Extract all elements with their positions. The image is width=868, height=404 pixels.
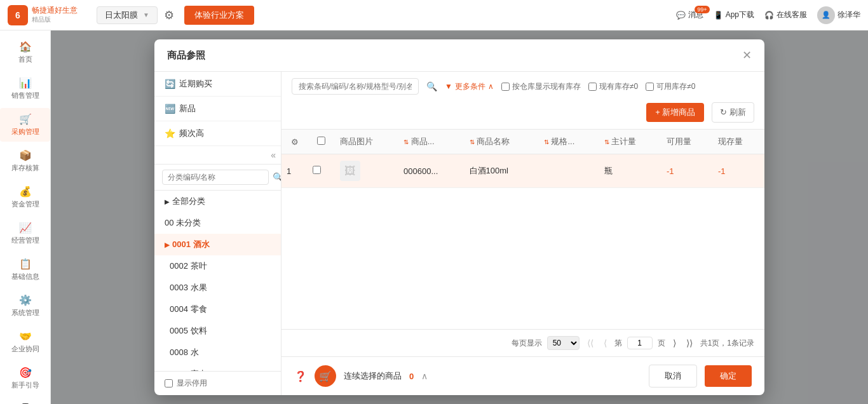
recent-purchase-item[interactable]: 🔄 近期购买 [154, 72, 281, 97]
category-search-input[interactable] [162, 170, 269, 185]
modal-body: 🔄 近期购买 🆕 新品 ⭐ 频次高 « [154, 72, 764, 395]
category-0001[interactable]: ▶ 0001 酒水 [154, 234, 281, 255]
category-0002[interactable]: 0002 茶叶 [154, 255, 281, 277]
row-image: 🖼 [335, 154, 398, 188]
add-goods-button[interactable]: + 新增商品 [646, 103, 704, 122]
sidebar-item-system[interactable]: ⚙️ 系统管理 [0, 289, 50, 323]
checkbox-available-stock[interactable]: 可用库存≠0 [646, 81, 695, 92]
category-search-icon[interactable]: 🔍 [273, 172, 281, 182]
sidebar: 🏠 首页 📊 销售管理 🛒 采购管理 📦 库存核算 💰 资金管理 📈 经营管理 … [0, 30, 51, 404]
col-select-all[interactable] [308, 130, 335, 154]
cancel-button[interactable]: 取消 [649, 365, 697, 387]
filter-icon: ▼ [445, 82, 452, 91]
app-download-button[interactable]: 📱 App下载 [714, 10, 754, 20]
col-settings[interactable]: ⚙ [281, 130, 308, 154]
collapse-icon: « [271, 150, 276, 160]
category-0004[interactable]: 0004 零食 [154, 299, 281, 320]
help-icon[interactable]: ❓ [294, 370, 307, 382]
left-collapse-button[interactable]: « [154, 146, 281, 165]
store-dropdown[interactable]: 日太阳膜 ▼ [97, 6, 158, 24]
table-row[interactable]: 1 🖼 000600... [281, 154, 764, 188]
category-0010[interactable]: 0010 家电 [154, 363, 281, 371]
basic-icon: 📋 [19, 258, 32, 270]
sidebar-item-inventory[interactable]: 📦 库存核算 [0, 144, 50, 178]
refresh-button[interactable]: ↻ 刷新 [712, 102, 754, 123]
frequent-icon: ⭐ [165, 128, 175, 138]
col-code[interactable]: ⇅ 商品... [398, 130, 464, 154]
row-stock: -1 [713, 154, 764, 188]
modal-header: 商品参照 ✕ [154, 39, 764, 72]
logo-icon: 6 [8, 5, 28, 25]
sidebar-item-home[interactable]: 🏠 首页 [0, 36, 50, 69]
nonzero-stock-checkbox[interactable] [588, 83, 597, 91]
category-0008[interactable]: 0008 水 [154, 342, 281, 363]
checkbox-nonzero-stock[interactable]: 现有库存≠0 [588, 81, 638, 92]
sort-icon-spec: ⇅ [544, 138, 549, 145]
available-stock-checkbox[interactable] [646, 83, 654, 91]
logo-area: 6 畅捷通好生意 精品版 [8, 5, 84, 25]
goods-search-input[interactable] [292, 78, 419, 95]
show-disabled-checkbox[interactable] [165, 379, 173, 387]
category-00[interactable]: 00 未分类 [154, 212, 281, 234]
messages-button[interactable]: 💬 消息 99+ [676, 10, 703, 20]
nav-center: 日太阳膜 ▼ ⚙ 体验行业方案 [84, 6, 676, 25]
sidebar-item-purchase[interactable]: 🛒 采购管理 [0, 108, 50, 142]
new-goods-item[interactable]: 🆕 新品 [154, 97, 281, 121]
enterprise-icon: 🤝 [19, 330, 32, 342]
goods-table-wrap: ⚙ 商品图片 ⇅ 商品... [281, 130, 764, 329]
goods-search-icon[interactable]: 🔍 [426, 81, 437, 91]
col-unit[interactable]: ⇅ 主计量 [599, 130, 661, 154]
more-filter-button[interactable]: ▼ 更多条件 ∧ [445, 81, 494, 92]
inventory-icon: 📦 [19, 149, 32, 161]
sidebar-item-basic[interactable]: 📋 基础信息 [0, 253, 50, 286]
user-menu[interactable]: 👤 徐泽华 [817, 6, 860, 24]
page-size-select[interactable]: 50 10 20 100 [547, 336, 580, 350]
close-icon[interactable]: ✕ [742, 48, 752, 62]
sales-icon: 📊 [19, 77, 32, 89]
gear-icon[interactable]: ⚙ [164, 8, 174, 22]
prev-page-button[interactable]: ⟨ [601, 337, 609, 349]
guide-icon: 🎯 [19, 367, 32, 379]
category-0005[interactable]: 0005 饮料 [154, 320, 281, 342]
select-all-checkbox[interactable] [317, 137, 325, 145]
row-checkbox[interactable] [308, 154, 335, 188]
cart-button[interactable]: 🛒 [315, 365, 336, 387]
avatar: 👤 [817, 6, 835, 24]
col-image: 商品图片 [335, 130, 398, 154]
first-page-button[interactable]: ⟨⟨ [585, 337, 596, 349]
cart-icon: 🛒 [319, 370, 332, 382]
purchase-icon: 🛒 [19, 113, 32, 125]
home-icon: 🏠 [19, 41, 32, 53]
frequent-item[interactable]: ⭐ 频次高 [154, 121, 281, 146]
show-disabled-label[interactable]: 显示停用 [177, 378, 207, 389]
row-unit: 瓶 [599, 154, 661, 188]
message-badge: 99+ [695, 6, 709, 13]
modal-left-panel: 🔄 近期购买 🆕 新品 ⭐ 频次高 « [154, 72, 281, 395]
sort-icon-unit: ⇅ [604, 138, 609, 145]
sidebar-item-sales[interactable]: 📊 销售管理 [0, 72, 50, 105]
sidebar-item-appstore[interactable]: 📱 应用中心 [0, 398, 50, 404]
trial-button[interactable]: 体验行业方案 [184, 6, 254, 25]
next-page-button[interactable]: ⟩ [670, 337, 679, 349]
col-spec[interactable]: ⇅ 规格... [539, 130, 599, 154]
sidebar-item-finance[interactable]: 💰 资金管理 [0, 180, 50, 214]
confirm-button[interactable]: 确定 [705, 365, 752, 387]
category-all[interactable]: ▶ 全部分类 [154, 191, 281, 212]
row-select-checkbox[interactable] [313, 166, 321, 174]
category-0003[interactable]: 0003 水果 [154, 277, 281, 299]
collapse-footer-icon[interactable]: ∧ [421, 371, 428, 381]
continuous-select-label: 连续选择的商品 [344, 370, 402, 382]
checkbox-warehouse-stock[interactable]: 按仓库显示现有库存 [501, 81, 581, 92]
operation-icon: 📈 [19, 222, 32, 234]
sidebar-item-enterprise[interactable]: 🤝 企业协同 [0, 325, 50, 359]
page-number-input[interactable] [627, 337, 653, 349]
online-service-button[interactable]: 🎧 在线客服 [764, 10, 807, 20]
last-page-button[interactable]: ⟩⟩ [684, 337, 695, 349]
sidebar-item-operation[interactable]: 📈 经营管理 [0, 217, 50, 250]
warehouse-stock-checkbox[interactable] [501, 83, 510, 91]
expand-icon: ▶ [165, 198, 170, 205]
chevron-down-icon: ▼ [143, 11, 149, 18]
col-name[interactable]: ⇅ 商品名称 [465, 130, 539, 154]
goods-reference-modal: 商品参照 ✕ 🔄 近期购买 🆕 新品 [154, 39, 764, 395]
sidebar-item-guide[interactable]: 🎯 新手引导 [0, 361, 50, 395]
